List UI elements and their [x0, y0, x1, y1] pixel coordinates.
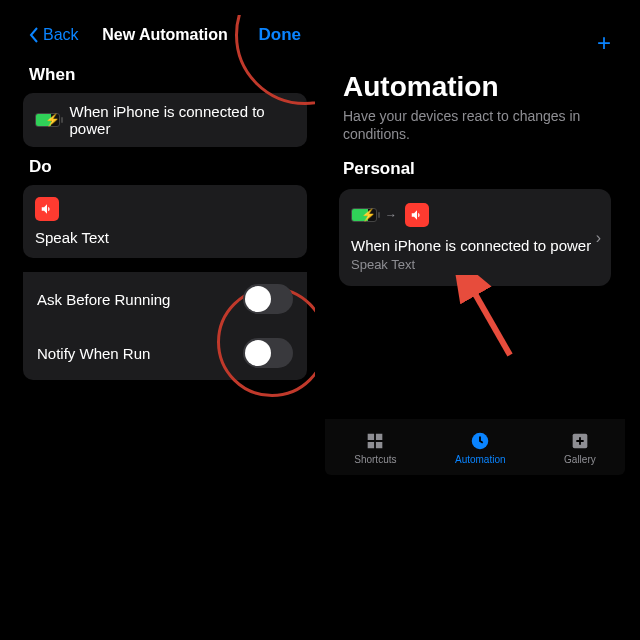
tab-bar: Shortcuts Automation Gallery [325, 419, 625, 475]
tab-label: Automation [455, 454, 506, 465]
automation-title: When iPhone is connected to power [351, 237, 599, 254]
when-section-title: When [15, 55, 315, 93]
gallery-icon [569, 430, 591, 452]
action-name: Speak Text [35, 229, 109, 246]
nav-header: + [325, 15, 625, 71]
when-card[interactable]: ⚡ When iPhone is connected to power [23, 93, 307, 147]
when-card-text: When iPhone is connected to power [70, 103, 295, 137]
page-title: Automation [325, 71, 625, 107]
page-subtitle: Have your devices react to changes in co… [325, 107, 625, 159]
svg-line-0 [470, 285, 510, 355]
toggle-label: Ask Before Running [37, 291, 170, 308]
tab-shortcuts[interactable]: Shortcuts [354, 430, 396, 465]
page-title: New Automation [102, 26, 228, 44]
toggle-label: Notify When Run [37, 345, 150, 362]
back-label: Back [43, 26, 79, 44]
arrow-right-icon: → [385, 208, 397, 222]
personal-section-title: Personal [325, 159, 625, 189]
chevron-right-icon: › [596, 229, 601, 247]
add-button[interactable]: + [597, 29, 611, 57]
ask-before-running-row[interactable]: Ask Before Running [23, 272, 307, 326]
nav-header: Back New Automation Done [15, 15, 315, 55]
annotation-arrow [455, 275, 525, 365]
left-screen: Back New Automation Done When ⚡ When iPh… [15, 15, 315, 475]
speaker-icon [405, 203, 429, 227]
battery-charging-icon: ⚡ [351, 208, 377, 222]
back-button[interactable]: Back [29, 26, 79, 44]
battery-charging-icon: ⚡ [35, 113, 60, 127]
tab-label: Shortcuts [354, 454, 396, 465]
right-screen: + Automation Have your devices react to … [325, 15, 625, 475]
tab-gallery[interactable]: Gallery [564, 430, 596, 465]
do-section-title: Do [15, 147, 315, 185]
tab-label: Gallery [564, 454, 596, 465]
done-button[interactable]: Done [259, 25, 302, 45]
toggle-switch[interactable] [243, 338, 293, 368]
do-card[interactable]: Speak Text [23, 185, 307, 258]
chevron-left-icon [29, 27, 39, 43]
automation-icons: ⚡ → [351, 203, 599, 227]
notify-when-run-row[interactable]: Notify When Run [23, 326, 307, 380]
shortcuts-icon [364, 430, 386, 452]
speaker-icon [35, 197, 59, 221]
automation-subtitle: Speak Text [351, 257, 599, 272]
automation-icon [469, 430, 491, 452]
toggle-switch[interactable] [243, 284, 293, 314]
automation-card[interactable]: ⚡ → When iPhone is connected to power Sp… [339, 189, 611, 286]
tab-automation[interactable]: Automation [455, 430, 506, 465]
